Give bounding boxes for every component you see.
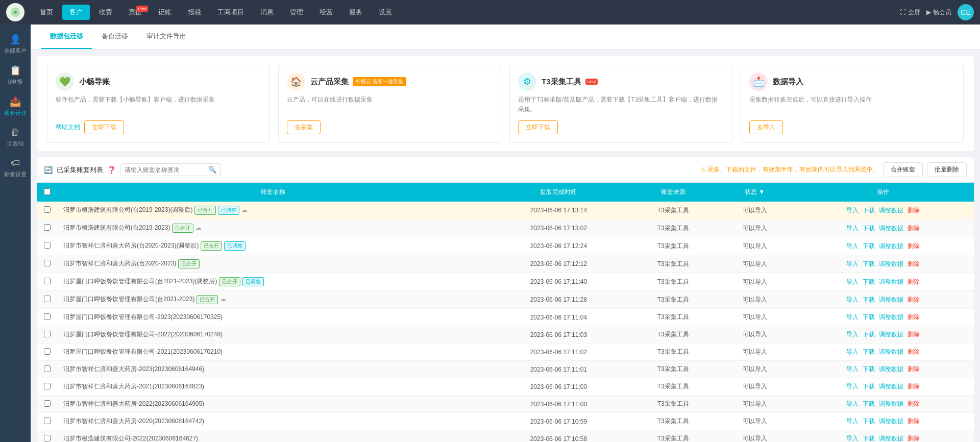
search-icon[interactable]: 🔍 [208, 166, 216, 174]
sidebar-item-标签设置[interactable]: 🏷标签设置 [0, 153, 31, 183]
action-调整数据[interactable]: 调整数据 [879, 418, 903, 425]
row-checkbox[interactable] [37, 219, 57, 237]
action-删除[interactable]: 删除 [908, 418, 920, 425]
action-导入[interactable]: 导入 [846, 296, 859, 303]
nav-item-首页[interactable]: 首页 [33, 5, 60, 20]
action-下载[interactable]: 下载 [863, 278, 875, 285]
nav-item-经营[interactable]: 经营 [312, 5, 340, 20]
action-导入[interactable]: 导入 [846, 242, 859, 250]
action-删除[interactable]: 删除 [908, 365, 920, 373]
action-下载[interactable]: 下载 [863, 418, 875, 425]
help-icon[interactable]: ❓ [107, 166, 116, 174]
action-下载[interactable]: 下载 [863, 400, 875, 407]
row-checkbox[interactable] [37, 343, 57, 361]
row-checkbox[interactable] [37, 361, 57, 378]
action-删除[interactable]: 删除 [908, 260, 920, 267]
link-帮助文档[interactable]: 帮助文档 [56, 123, 80, 132]
action-调整数据[interactable]: 调整数据 [879, 365, 903, 373]
action-导入[interactable]: 导入 [846, 383, 859, 390]
action-调整数据[interactable]: 调整数据 [879, 348, 903, 355]
action-下载[interactable]: 下载 [863, 207, 875, 214]
action-下载[interactable]: 下载 [863, 242, 875, 250]
action-导入[interactable]: 导入 [846, 348, 859, 355]
action-下载[interactable]: 下载 [863, 313, 875, 321]
nav-item-服务[interactable]: 服务 [342, 5, 370, 20]
action-删除[interactable]: 删除 [908, 331, 920, 338]
action-下载[interactable]: 下载 [863, 348, 875, 355]
btn-立即下载[interactable]: 立即下载 [518, 120, 558, 134]
action-导入[interactable]: 导入 [846, 400, 859, 407]
action-调整数据[interactable]: 调整数据 [879, 260, 903, 267]
nav-item-管理[interactable]: 管理 [283, 5, 310, 20]
action-导入[interactable]: 导入 [846, 207, 859, 214]
row-checkbox[interactable] [37, 396, 57, 413]
row-checkbox[interactable] [37, 291, 57, 309]
action-导入[interactable]: 导入 [846, 435, 859, 442]
action-调整数据[interactable]: 调整数据 [879, 400, 903, 407]
action-删除[interactable]: 删除 [908, 348, 920, 355]
action-调整数据[interactable]: 调整数据 [879, 296, 903, 303]
action-删除[interactable]: 删除 [908, 383, 920, 390]
action-下载[interactable]: 下载 [863, 225, 875, 232]
row-checkbox[interactable] [37, 378, 57, 396]
action-调整数据[interactable]: 调整数据 [879, 313, 903, 321]
row-checkbox[interactable] [37, 202, 57, 219]
action-导入[interactable]: 导入 [846, 365, 859, 373]
btn-去采集[interactable]: 去采集 [287, 120, 321, 134]
action-导入[interactable]: 导入 [846, 331, 859, 338]
nav-item-记账[interactable]: 记账 [151, 5, 179, 20]
nav-item-设置[interactable]: 设置 [372, 5, 399, 20]
nav-item-票据[interactable]: 票据new [121, 5, 149, 20]
action-调整数据[interactable]: 调整数据 [879, 207, 903, 214]
action-下载[interactable]: 下载 [863, 365, 875, 373]
member-button[interactable]: ▶ 畅会员 [926, 8, 951, 17]
action-调整数据[interactable]: 调整数据 [879, 383, 903, 390]
action-下载[interactable]: 下载 [863, 331, 875, 338]
sidebar-item-全部客户[interactable]: 👤全部客户 [0, 29, 31, 60]
action-删除[interactable]: 删除 [908, 313, 920, 321]
sidebar-item-回收站[interactable]: 🗑回收站 [0, 122, 31, 153]
nav-item-报税[interactable]: 报税 [181, 5, 208, 20]
tab-数据包迁移[interactable]: 数据包迁移 [41, 24, 92, 49]
action-下载[interactable]: 下载 [863, 383, 875, 390]
row-checkbox[interactable] [37, 413, 57, 430]
action-导入[interactable]: 导入 [846, 418, 859, 425]
action-删除[interactable]: 删除 [908, 278, 920, 285]
search-input[interactable] [125, 166, 206, 174]
action-下载[interactable]: 下载 [863, 260, 875, 267]
tab-备份迁移[interactable]: 备份迁移 [92, 24, 137, 49]
action-调整数据[interactable]: 调整数据 [879, 278, 903, 285]
btn-去导入[interactable]: 去导入 [749, 120, 783, 134]
btn-立即下载[interactable]: 立即下载 [84, 120, 124, 134]
nav-item-消息[interactable]: 消息 [253, 5, 281, 20]
action-下载[interactable]: 下载 [863, 296, 875, 303]
action-调整数据[interactable]: 调整数据 [879, 242, 903, 250]
action-删除[interactable]: 删除 [908, 400, 920, 407]
row-checkbox[interactable] [37, 430, 57, 442]
header-checkbox[interactable] [37, 183, 57, 202]
action-删除[interactable]: 删除 [908, 296, 920, 303]
batch-delete-button[interactable]: 批量删除 [927, 162, 967, 177]
action-导入[interactable]: 导入 [846, 313, 859, 321]
nav-item-收费[interactable]: 收费 [92, 5, 119, 20]
action-删除[interactable]: 删除 [908, 225, 920, 232]
row-checkbox[interactable] [37, 237, 57, 255]
action-删除[interactable]: 删除 [908, 435, 920, 442]
nav-item-客户[interactable]: 客户 [62, 5, 90, 20]
sidebar-item-账套迁移[interactable]: 📤账套迁移 [0, 91, 31, 122]
action-删除[interactable]: 删除 [908, 207, 920, 214]
action-删除[interactable]: 删除 [908, 242, 920, 250]
action-导入[interactable]: 导入 [846, 260, 859, 267]
row-checkbox[interactable] [37, 255, 57, 273]
nav-item-工商项目[interactable]: 工商项目 [210, 5, 251, 20]
user-avatar[interactable]: CE [958, 4, 974, 20]
action-导入[interactable]: 导入 [846, 278, 859, 285]
row-checkbox[interactable] [37, 309, 57, 326]
sidebar-item-0申报[interactable]: 📋0申报 [0, 60, 31, 91]
action-下载[interactable]: 下载 [863, 435, 875, 442]
refresh-icon[interactable]: 🔄 [44, 166, 53, 174]
action-调整数据[interactable]: 调整数据 [879, 435, 903, 442]
row-checkbox[interactable] [37, 326, 57, 343]
merge-button[interactable]: 合并账套 [883, 162, 923, 177]
action-调整数据[interactable]: 调整数据 [879, 331, 903, 338]
